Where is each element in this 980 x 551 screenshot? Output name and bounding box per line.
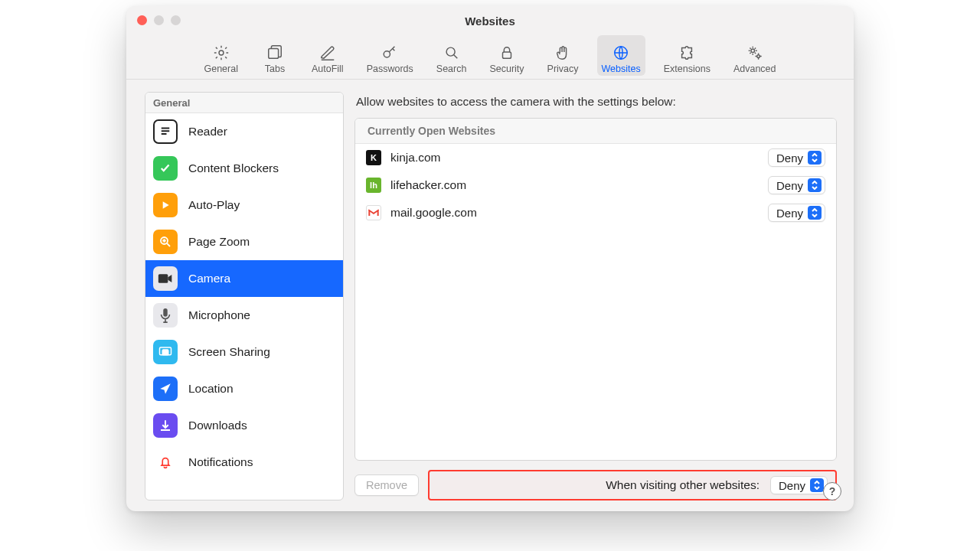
hand-icon xyxy=(554,44,572,62)
tab-privacy[interactable]: Privacy xyxy=(543,35,583,76)
minimize-window-button[interactable] xyxy=(154,15,164,25)
microphone-icon xyxy=(153,303,178,328)
websites-list: Currently Open Websites Kkinja.com Deny … xyxy=(354,118,837,461)
sidebar-item-label: Screen Sharing xyxy=(188,345,270,359)
site-favicon xyxy=(366,205,381,220)
close-window-button[interactable] xyxy=(137,15,147,25)
sidebar-item-label: Microphone xyxy=(188,308,250,322)
tab-label: Advanced xyxy=(733,64,776,74)
gears-icon xyxy=(746,44,764,62)
remove-button[interactable]: Remove xyxy=(354,474,419,496)
updown-icon xyxy=(808,206,822,220)
sidebar-item-label: Camera xyxy=(188,272,230,285)
tab-general[interactable]: General xyxy=(199,35,242,76)
screen-sharing-icon xyxy=(153,340,178,364)
svg-rect-13 xyxy=(163,308,167,317)
site-domain: kinja.com xyxy=(390,151,768,165)
permission-value: Deny xyxy=(776,152,803,165)
tab-label: Extensions xyxy=(664,64,710,74)
sidebar-item-page-zoom[interactable]: Page Zoom xyxy=(145,223,343,260)
key-icon xyxy=(381,44,399,62)
website-row[interactable]: Kkinja.com Deny xyxy=(355,144,836,171)
permission-select[interactable]: Deny xyxy=(768,204,825,222)
camera-icon xyxy=(153,266,178,291)
puzzle-icon xyxy=(678,44,696,62)
updown-icon xyxy=(810,478,824,492)
site-favicon: lh xyxy=(366,178,381,193)
sidebar-item-downloads[interactable]: Downloads xyxy=(145,407,343,444)
tab-security[interactable]: Security xyxy=(485,35,528,76)
svg-point-0 xyxy=(219,51,224,55)
notifications-icon xyxy=(153,450,178,474)
panel-footer: Remove When visiting other websites: Den… xyxy=(354,470,837,500)
settings-sidebar: General ReaderContent BlockersAuto-PlayP… xyxy=(145,92,344,500)
sidebar-item-camera[interactable]: Camera xyxy=(145,260,343,297)
search-icon xyxy=(443,44,461,62)
updown-icon xyxy=(808,151,822,165)
other-websites-highlight: When visiting other websites: Deny xyxy=(428,470,837,500)
site-domain: lifehacker.com xyxy=(390,178,768,192)
content-area: General ReaderContent BlockersAuto-PlayP… xyxy=(126,80,854,511)
sidebar-item-reader[interactable]: Reader xyxy=(145,113,343,150)
page-zoom-icon xyxy=(153,230,178,254)
site-favicon: K xyxy=(366,150,381,165)
sidebar-item-auto-play[interactable]: Auto-Play xyxy=(145,187,343,223)
website-row[interactable]: mail.google.com Deny xyxy=(355,199,836,227)
tab-tabs[interactable]: Tabs xyxy=(256,35,293,76)
downloads-icon xyxy=(153,413,178,438)
reader-icon xyxy=(153,119,178,144)
help-icon: ? xyxy=(829,485,836,497)
gear-icon xyxy=(212,44,230,62)
tab-label: Tabs xyxy=(265,64,285,74)
tab-search[interactable]: Search xyxy=(432,35,472,76)
website-row[interactable]: lhlifehacker.com Deny xyxy=(355,171,836,199)
other-websites-value: Deny xyxy=(779,479,805,492)
zoom-window-button[interactable] xyxy=(171,15,181,25)
other-websites-label: When visiting other websites: xyxy=(606,478,760,492)
sidebar-item-label: Downloads xyxy=(188,419,247,432)
other-websites-select[interactable]: Deny xyxy=(770,476,828,494)
tab-label: Websites xyxy=(602,64,641,74)
tab-autofill[interactable]: AutoFill xyxy=(307,35,348,76)
permission-value: Deny xyxy=(776,207,803,220)
sidebar-item-screen-sharing[interactable]: Screen Sharing xyxy=(145,334,343,370)
tab-label: AutoFill xyxy=(312,64,344,74)
tabs-icon xyxy=(266,44,284,62)
permission-select[interactable]: Deny xyxy=(768,148,825,167)
pencil-icon xyxy=(318,44,337,62)
window-title: Websites xyxy=(465,15,515,28)
tab-advanced[interactable]: Advanced xyxy=(729,35,781,76)
sidebar-item-microphone[interactable]: Microphone xyxy=(145,297,343,334)
preferences-window: Websites GeneralTabsAutoFillPasswordsSea… xyxy=(126,6,854,511)
permission-select[interactable]: Deny xyxy=(768,176,825,194)
sidebar-item-label: Notifications xyxy=(188,455,253,469)
auto-play-icon xyxy=(153,193,178,217)
svg-point-7 xyxy=(756,55,760,58)
svg-rect-4 xyxy=(502,52,511,58)
svg-point-6 xyxy=(751,49,755,53)
sidebar-item-content-blockers[interactable]: Content Blockers xyxy=(145,150,343,187)
tab-label: Search xyxy=(436,64,467,74)
sidebar-item-label: Reader xyxy=(188,125,227,139)
sidebar-section-header: General xyxy=(145,93,343,113)
svg-rect-15 xyxy=(162,350,168,355)
sidebar-item-label: Content Blockers xyxy=(188,161,279,175)
panel-description: Allow websites to access the camera with… xyxy=(356,95,837,109)
main-panel: Allow websites to access the camera with… xyxy=(354,92,843,500)
preferences-toolbar: GeneralTabsAutoFillPasswordsSearchSecuri… xyxy=(126,35,854,80)
help-button[interactable]: ? xyxy=(823,482,841,500)
svg-rect-12 xyxy=(158,274,168,283)
sidebar-item-label: Auto-Play xyxy=(188,198,240,212)
globe-icon xyxy=(612,44,630,62)
sidebar-item-notifications[interactable]: Notifications xyxy=(145,444,343,481)
tab-passwords[interactable]: Passwords xyxy=(362,35,418,76)
tab-label: General xyxy=(204,64,237,74)
traffic-lights xyxy=(137,15,181,25)
location-icon xyxy=(153,377,178,401)
tab-websites[interactable]: Websites xyxy=(597,35,645,76)
site-domain: mail.google.com xyxy=(390,206,768,220)
tab-label: Privacy xyxy=(547,64,579,74)
sidebar-item-location[interactable]: Location xyxy=(145,370,343,407)
svg-rect-1 xyxy=(269,49,279,59)
tab-extensions[interactable]: Extensions xyxy=(659,35,715,76)
